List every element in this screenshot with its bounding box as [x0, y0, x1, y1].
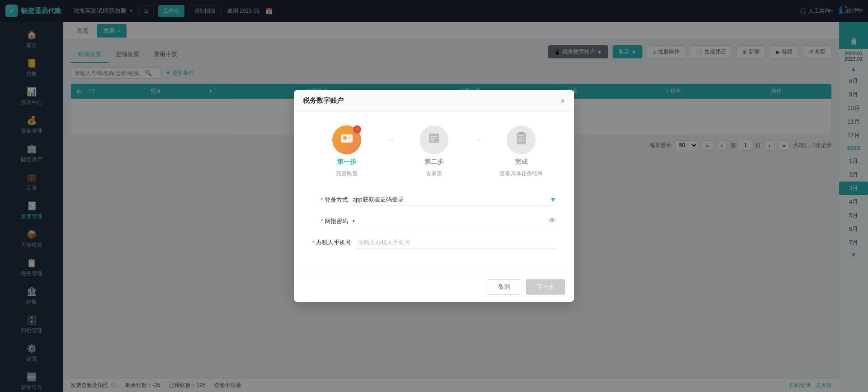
step-3-desc: 查看具体任务结果: [500, 170, 543, 177]
step-2-icon: [426, 131, 442, 149]
maximize-button[interactable]: ⛶: [837, 4, 850, 16]
step-2-desc: 去取票: [426, 170, 442, 177]
step-2-icon-wrap: [420, 125, 448, 154]
password-required-mark: *: [321, 218, 323, 225]
step-2: 第二步 去取票: [399, 125, 468, 177]
minimize-button[interactable]: —: [824, 4, 836, 16]
modal-body: ! 第一步 完善账密 →: [294, 112, 574, 272]
modal-overlay: 税务数字账户 ×: [0, 0, 868, 392]
phone-input[interactable]: [356, 236, 556, 249]
modal-footer: 取消 下一步: [294, 272, 574, 302]
modal-close-button[interactable]: ×: [560, 97, 565, 105]
next-button[interactable]: 下一步: [526, 279, 565, 295]
svg-rect-2: [348, 137, 351, 138]
form-row-login-method: * 登录方式 app获取验证码登录 ▼: [312, 194, 556, 206]
form-row-phone: * 办税人手机号: [312, 236, 556, 249]
step-1-icon: [339, 131, 354, 149]
phone-required-mark: *: [312, 239, 314, 246]
svg-rect-3: [348, 139, 350, 139]
modal-title: 税务数字账户: [303, 96, 344, 105]
modal-header: 税务数字账户 ×: [294, 90, 574, 112]
toggle-password-icon[interactable]: 👁: [549, 217, 556, 225]
steps: ! 第一步 完善账密 →: [312, 125, 556, 177]
svg-point-1: [343, 136, 347, 140]
step-arrow-2: →: [469, 125, 487, 145]
login-method-chevron-icon[interactable]: ▼: [550, 196, 556, 203]
svg-rect-10: [518, 138, 523, 139]
password-field-wrap: 👁: [353, 215, 556, 227]
step-1-error-badge: !: [353, 125, 361, 134]
password-input[interactable]: [353, 218, 549, 225]
form-row-password: * 网报密码 👁: [312, 215, 556, 227]
step-3-icon-wrap: [507, 125, 536, 154]
step-1-desc: 完善账密: [336, 170, 358, 177]
step-2-label: 第二步: [425, 158, 443, 166]
svg-rect-12: [519, 132, 524, 134]
step-3-label: 完成: [515, 158, 528, 166]
login-method-required-mark: *: [321, 196, 323, 203]
step-3-icon: [514, 131, 529, 149]
step-arrow-1: →: [381, 125, 399, 145]
step-1: ! 第一步 完善账密: [312, 125, 381, 177]
modal: 税务数字账户 ×: [294, 90, 574, 302]
svg-rect-0: [341, 134, 353, 143]
step-3: 完成 查看具体任务结果: [487, 125, 556, 177]
login-method-label: * 登录方式: [312, 196, 353, 204]
svg-rect-5: [430, 136, 438, 137]
password-label: * 网报密码: [312, 217, 353, 225]
window-controls: — ⛶ ×: [819, 0, 868, 20]
step-1-icon-wrap: !: [332, 125, 361, 154]
phone-label: * 办税人手机号: [312, 239, 356, 247]
step-1-label: 第一步: [337, 158, 356, 166]
close-window-button[interactable]: ×: [851, 4, 863, 16]
svg-rect-9: [518, 135, 524, 136]
svg-rect-11: [518, 140, 524, 141]
cancel-button[interactable]: 取消: [487, 279, 521, 295]
login-method-value: app获取验证码登录: [353, 196, 550, 204]
login-method-select[interactable]: app获取验证码登录 ▼: [353, 194, 556, 206]
svg-rect-6: [430, 138, 436, 139]
svg-rect-7: [430, 140, 434, 141]
